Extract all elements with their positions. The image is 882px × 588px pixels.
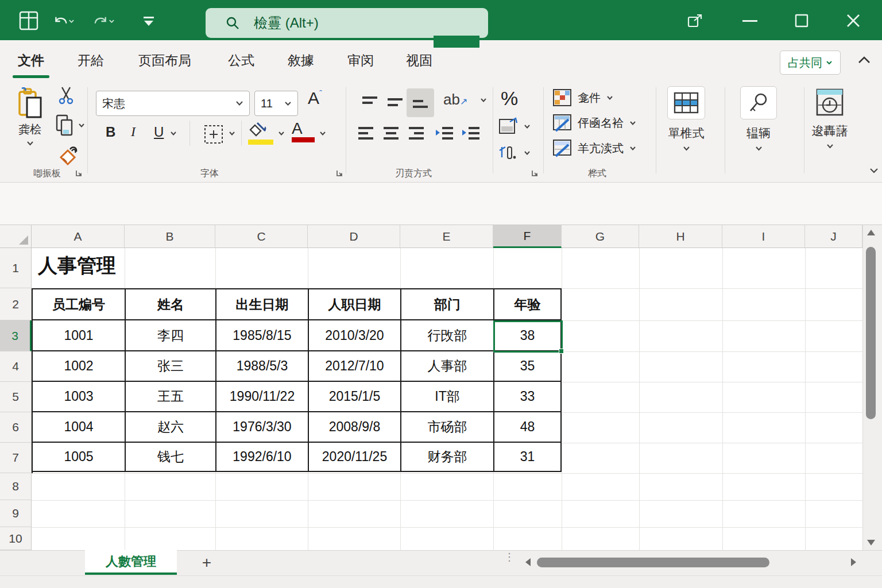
fill-color-dropdown[interactable] bbox=[278, 131, 285, 136]
cell-D3[interactable]: 2010/3/20 bbox=[309, 320, 401, 351]
cell-C4[interactable]: 1988/5/3 bbox=[216, 351, 309, 382]
column-header-I[interactable]: I bbox=[722, 225, 805, 248]
sheet-tab-active[interactable]: 人數管理 bbox=[85, 550, 177, 575]
cell-styles-button[interactable]: 羊亢渎式 bbox=[552, 139, 636, 157]
row-header-8[interactable]: 8 bbox=[0, 473, 32, 500]
add-sheet-button[interactable]: + bbox=[195, 552, 218, 573]
row-header-5[interactable]: 5 bbox=[0, 382, 32, 412]
column-header-C[interactable]: C bbox=[215, 225, 308, 248]
align-top-button[interactable] bbox=[357, 91, 382, 115]
tab-scroll-splitter[interactable]: ⋮ bbox=[504, 555, 514, 560]
font-color-button[interactable]: A bbox=[292, 121, 315, 142]
row-header-10[interactable]: 10 bbox=[0, 527, 32, 550]
ribbon-more-chevron[interactable] bbox=[869, 168, 879, 174]
tab-home[interactable]: 开給 bbox=[68, 40, 114, 80]
column-header-E[interactable]: E bbox=[400, 225, 493, 248]
increase-font-size-button[interactable]: Aˆ bbox=[308, 88, 322, 108]
cell-F6[interactable]: 48 bbox=[494, 412, 562, 443]
addins-button[interactable]: 逡轟藷 bbox=[805, 86, 854, 149]
cell-F7[interactable]: 31 bbox=[494, 443, 562, 472]
copy-button[interactable] bbox=[55, 114, 85, 137]
percent-style-button[interactable]: % bbox=[501, 87, 518, 110]
fill-color-button[interactable] bbox=[248, 122, 273, 145]
cell-C7[interactable]: 1992/6/10 bbox=[216, 443, 309, 472]
redo-button[interactable] bbox=[93, 13, 115, 30]
vertical-scroll-thumb[interactable] bbox=[866, 247, 876, 419]
row-header-7[interactable]: 7 bbox=[0, 443, 32, 473]
borders-dropdown[interactable] bbox=[229, 131, 235, 136]
cell-C3[interactable]: 1985/8/15 bbox=[216, 320, 309, 351]
underline-dropdown[interactable] bbox=[170, 131, 177, 136]
hscroll-left-arrow[interactable] bbox=[524, 557, 532, 567]
cell-E6[interactable]: 市砀部 bbox=[401, 412, 494, 443]
header-cell-employee-id[interactable]: 员工煸号 bbox=[33, 289, 126, 320]
cell-E5[interactable]: IT部 bbox=[401, 382, 494, 412]
scroll-down-arrow[interactable] bbox=[866, 539, 876, 547]
align-right-button[interactable] bbox=[408, 125, 425, 142]
cell-B6[interactable]: 赵六 bbox=[126, 412, 216, 443]
close-button[interactable] bbox=[842, 10, 865, 31]
maximize-button[interactable] bbox=[790, 10, 813, 31]
cell-B4[interactable]: 张三 bbox=[126, 351, 216, 382]
bold-button[interactable]: B bbox=[106, 124, 115, 140]
cell-F4[interactable]: 35 bbox=[494, 351, 562, 382]
cell-F5[interactable]: 33 bbox=[494, 382, 562, 412]
row-header-1[interactable]: 1 bbox=[0, 248, 32, 288]
align-left-button[interactable] bbox=[357, 125, 374, 142]
hscroll-right-arrow[interactable] bbox=[850, 557, 858, 567]
conditional-formatting-button[interactable]: 龛件 bbox=[552, 88, 613, 107]
font-color-dropdown[interactable] bbox=[319, 131, 326, 136]
cell-B7[interactable]: 钱七 bbox=[126, 443, 216, 472]
cell-C5[interactable]: 1990/11/22 bbox=[216, 382, 309, 412]
collapse-ribbon-button[interactable] bbox=[857, 54, 874, 71]
minimize-button[interactable] bbox=[738, 15, 761, 26]
column-header-G[interactable]: G bbox=[562, 225, 639, 248]
worksheet-title-cell[interactable]: 人事管理 bbox=[38, 253, 116, 279]
cell-A5[interactable]: 1003 bbox=[33, 382, 126, 412]
cell-B5[interactable]: 王五 bbox=[126, 382, 216, 412]
row-header-6[interactable]: 6 bbox=[0, 412, 32, 443]
cut-button[interactable] bbox=[57, 86, 75, 105]
quick-access-filter-icon[interactable] bbox=[139, 13, 158, 30]
row-header-3[interactable]: 3 bbox=[0, 320, 32, 351]
cell-E7[interactable]: 财务部 bbox=[401, 443, 494, 472]
decimal-button[interactable] bbox=[498, 144, 531, 162]
column-header-D[interactable]: D bbox=[308, 225, 400, 248]
search-box[interactable]: 檢霻 (Alt+) bbox=[206, 8, 488, 38]
cell-B3[interactable]: 李四 bbox=[126, 320, 216, 351]
column-header-F[interactable]: F bbox=[493, 225, 562, 248]
row-header-2[interactable]: 2 bbox=[0, 288, 32, 320]
align-bottom-button[interactable] bbox=[407, 88, 434, 117]
format-as-table-button[interactable]: 伻凾名袷 bbox=[552, 114, 636, 132]
cell-D5[interactable]: 2015/1/5 bbox=[309, 382, 401, 412]
fill-handle[interactable] bbox=[559, 349, 564, 354]
tab-page-layout[interactable]: 页靣布局 bbox=[127, 40, 202, 80]
font-dialog-launcher[interactable] bbox=[335, 169, 344, 177]
undo-button[interactable] bbox=[53, 13, 75, 30]
header-cell-birth-date[interactable]: 出生日期 bbox=[216, 289, 309, 320]
editing-button[interactable]: 辒辆 bbox=[736, 86, 781, 151]
cell-D6[interactable]: 2008/9/8 bbox=[309, 412, 401, 443]
row-header-4[interactable]: 4 bbox=[0, 351, 32, 382]
format-painter-button[interactable] bbox=[57, 145, 79, 168]
align-middle-button[interactable] bbox=[382, 91, 408, 115]
orientation-dropdown[interactable] bbox=[480, 98, 487, 103]
column-header-A[interactable]: A bbox=[32, 225, 125, 248]
underline-button[interactable]: U bbox=[154, 124, 164, 140]
share-button[interactable]: 占共同 bbox=[780, 51, 841, 75]
cell-A4[interactable]: 1002 bbox=[33, 351, 126, 382]
decrease-indent-button[interactable] bbox=[435, 125, 454, 142]
cell-A7[interactable]: 1005 bbox=[33, 443, 126, 472]
column-header-H[interactable]: H bbox=[639, 225, 722, 248]
cell-D7[interactable]: 2020/11/25 bbox=[309, 443, 401, 472]
clipboard-dialog-launcher[interactable] bbox=[75, 169, 83, 177]
cell-A6[interactable]: 1004 bbox=[33, 412, 126, 443]
font-size-combo[interactable]: 11 bbox=[254, 91, 298, 116]
select-all-button[interactable] bbox=[0, 225, 32, 248]
horizontal-scroll-thumb[interactable] bbox=[537, 558, 769, 567]
align-center-button[interactable] bbox=[382, 125, 400, 142]
orientation-button[interactable]: ab↗ bbox=[443, 91, 467, 109]
share-link-icon[interactable] bbox=[684, 13, 705, 30]
cell-E3[interactable]: 行攺部 bbox=[401, 320, 494, 351]
number-format-button[interactable] bbox=[498, 117, 531, 136]
